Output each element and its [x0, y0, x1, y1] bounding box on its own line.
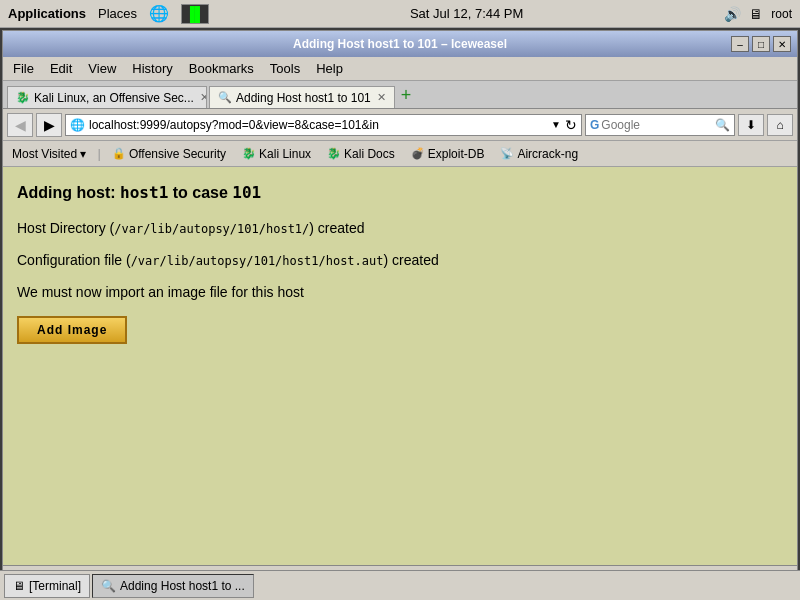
window-controls: – □ ✕	[731, 36, 791, 52]
network-icon: 🖥	[749, 6, 763, 22]
url-bar[interactable]: 🌐 localhost:9999/autopsy?mod=0&view=8&ca…	[65, 114, 582, 136]
host-dir-post: ) created	[309, 220, 364, 236]
maximize-button[interactable]: □	[752, 36, 770, 52]
taskbar-terminal-label: [Terminal]	[29, 579, 81, 593]
edit-menu[interactable]: Edit	[44, 59, 78, 78]
import-message: We must now import an image file for thi…	[17, 284, 783, 300]
heading-mid: to case	[173, 184, 228, 201]
bookmark-icon-2: 🐉	[327, 147, 341, 160]
bookmark-exploit-db[interactable]: 💣 Exploit-DB	[406, 145, 490, 163]
applications-menu[interactable]: Applications	[8, 6, 86, 21]
terminal-icon[interactable]: ▐▌	[181, 4, 209, 24]
search-go-icon[interactable]: 🔍	[715, 118, 730, 132]
config-pre: Configuration file (	[17, 252, 131, 268]
page-heading: Adding host: host1 to case 101	[17, 183, 783, 202]
close-button[interactable]: ✕	[773, 36, 791, 52]
reload-icon[interactable]: ↻	[565, 117, 577, 133]
taskbar-browser-label: Adding Host host1 to ...	[120, 579, 245, 593]
places-menu[interactable]: Places	[98, 6, 137, 21]
system-bar: Applications Places 🌐 ▐▌ Sat Jul 12, 7:4…	[0, 0, 800, 28]
menu-bar: File Edit View History Bookmarks Tools H…	[3, 57, 797, 81]
view-menu[interactable]: View	[82, 59, 122, 78]
url-text: localhost:9999/autopsy?mod=0&view=8&case…	[89, 118, 547, 132]
heading-case: 101	[232, 183, 261, 202]
taskbar-browser[interactable]: 🔍 Adding Host host1 to ...	[92, 574, 254, 598]
config-path: /var/lib/autopsy/101/host1/host.aut	[131, 254, 384, 268]
bookmark-icon-0: 🔒	[112, 147, 126, 160]
search-engine-icon: G	[590, 118, 599, 132]
minimize-button[interactable]: –	[731, 36, 749, 52]
heading-pre: Adding host:	[17, 184, 116, 201]
tab-favicon-1: 🔍	[218, 91, 232, 104]
new-tab-button[interactable]: +	[397, 85, 416, 106]
nav-bar: ◀ ▶ 🌐 localhost:9999/autopsy?mod=0&view=…	[3, 109, 797, 141]
forward-button[interactable]: ▶	[36, 113, 62, 137]
system-bar-left: Applications Places 🌐 ▐▌	[8, 4, 209, 24]
datetime-display: Sat Jul 12, 7:44 PM	[410, 6, 523, 21]
taskbar-browser-icon: 🔍	[101, 579, 116, 593]
tab-close-0[interactable]: ✕	[200, 91, 207, 104]
host-dir-pre: Host Directory (	[17, 220, 114, 236]
host-dir-path: /var/lib/autopsy/101/host1/	[114, 222, 309, 236]
window-title: Adding Host host1 to 101 – Iceweasel	[69, 37, 731, 51]
system-tray: 🔊 🖥 root	[724, 6, 792, 22]
search-input[interactable]	[601, 118, 713, 132]
tab-label-0: Kali Linux, an Offensive Sec...	[34, 91, 194, 105]
tools-menu[interactable]: Tools	[264, 59, 306, 78]
bookmark-most-visited[interactable]: Most Visited ▾	[7, 145, 91, 163]
bookmark-icon-4: 📡	[500, 147, 514, 160]
taskbar: 🖥 [Terminal] 🔍 Adding Host host1 to ...	[0, 570, 800, 600]
history-menu[interactable]: History	[126, 59, 178, 78]
bookmark-kali-docs[interactable]: 🐉 Kali Docs	[322, 145, 400, 163]
add-image-button[interactable]: Add Image	[17, 316, 127, 344]
bookmark-kali-linux[interactable]: 🐉 Kali Linux	[237, 145, 316, 163]
bookmark-icon-1: 🐉	[242, 147, 256, 160]
bookmark-divider: |	[97, 146, 100, 161]
config-post: ) created	[384, 252, 439, 268]
globe-icon: 🌐	[149, 4, 169, 23]
home-button[interactable]: ⌂	[767, 114, 793, 136]
bookmarks-bar: Most Visited ▾ | 🔒 Offensive Security 🐉 …	[3, 141, 797, 167]
volume-icon: 🔊	[724, 6, 741, 22]
user-label: root	[771, 7, 792, 21]
tab-label-1: Adding Host host1 to 101	[236, 91, 371, 105]
title-bar: Adding Host host1 to 101 – Iceweasel – □…	[3, 31, 797, 57]
bookmarks-menu[interactable]: Bookmarks	[183, 59, 260, 78]
config-file-line: Configuration file (/var/lib/autopsy/101…	[17, 252, 783, 268]
bookmark-aircrack[interactable]: 📡 Aircrack-ng	[495, 145, 583, 163]
taskbar-terminal[interactable]: 🖥 [Terminal]	[4, 574, 90, 598]
bookmark-offensive-security[interactable]: 🔒 Offensive Security	[107, 145, 231, 163]
tab-1[interactable]: 🔍 Adding Host host1 to 101 ✕	[209, 86, 395, 108]
tab-favicon-0: 🐉	[16, 91, 30, 104]
file-menu[interactable]: File	[7, 59, 40, 78]
back-button[interactable]: ◀	[7, 113, 33, 137]
search-bar: G 🔍	[585, 114, 735, 136]
tab-bar: 🐉 Kali Linux, an Offensive Sec... ✕ 🔍 Ad…	[3, 81, 797, 109]
url-dropdown-icon[interactable]: ▼	[551, 119, 561, 130]
host-directory-line: Host Directory (/var/lib/autopsy/101/hos…	[17, 220, 783, 236]
tab-0[interactable]: 🐉 Kali Linux, an Offensive Sec... ✕	[7, 86, 207, 108]
help-menu[interactable]: Help	[310, 59, 349, 78]
taskbar-terminal-icon: 🖥	[13, 579, 25, 593]
tab-close-1[interactable]: ✕	[377, 91, 386, 104]
browser-window: Adding Host host1 to 101 – Iceweasel – □…	[2, 30, 798, 588]
security-icon: 🌐	[70, 118, 85, 132]
page-content: Adding host: host1 to case 101 Host Dire…	[3, 167, 797, 565]
heading-host: host1	[120, 183, 168, 202]
download-button[interactable]: ⬇	[738, 114, 764, 136]
bookmark-icon-3: 💣	[411, 147, 425, 160]
